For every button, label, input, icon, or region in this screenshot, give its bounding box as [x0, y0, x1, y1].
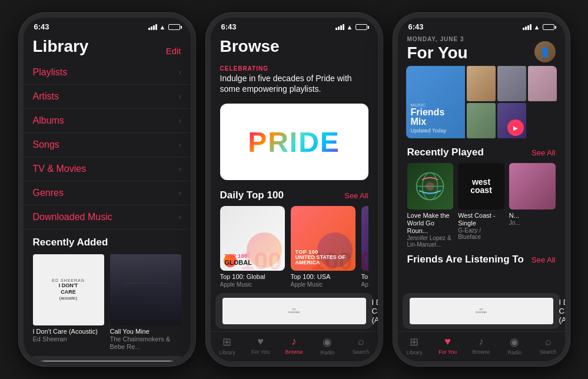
daily-top-header: Daily Top 100 See All [220, 190, 368, 201]
mini-album-art: EDSHEERAN [35, 361, 179, 366]
status-icons-library: ▲ [148, 24, 180, 31]
rp-card-3[interactable]: N... Jo... [509, 163, 556, 248]
pride-card[interactable]: PRIDE [220, 104, 368, 180]
top100-global-label: TOP 100 [225, 253, 280, 259]
album-card-ed-sheeran[interactable]: ED SHEERAN I DON'TCARE(acoustic) I Don't… [33, 254, 104, 351]
album-grid: ED SHEERAN I DON'TCARE(acoustic) I Don't… [33, 254, 181, 351]
chevron-icon: › [179, 68, 181, 77]
friends-mix-thumb-2 [497, 66, 526, 101]
tab-radio[interactable]: ◉ Radio [311, 335, 344, 355]
friends-mix-main[interactable]: MUSIC FriendsMix Updated Today [406, 66, 465, 138]
mini-player-title: I Don't Care (Acoustic) [559, 298, 565, 324]
edit-button[interactable]: Edit [166, 46, 181, 56]
recently-added-title: Recently Added [33, 237, 181, 248]
top100-usa-sub: Apple Music [291, 281, 356, 288]
status-icons-foryou: ▲ [523, 24, 554, 31]
tab-library-label: Library [406, 350, 423, 355]
radio-tab-icon: ◉ [510, 335, 519, 348]
see-all-top100[interactable]: See All [344, 191, 368, 200]
phone-browse: 6:43 ▲ Browse CELEBRATING Indulge in [206, 13, 383, 366]
top100-card-usa[interactable]: TOP 100 UNITED STATES OF AMERICA 100 Top… [291, 206, 356, 290]
wifi-icon: ▲ [347, 24, 353, 31]
nav-tv-movies[interactable]: TV & Movies › [24, 157, 191, 181]
top100-usa-title: Top 100: USA [291, 273, 356, 281]
nav-albums[interactable]: Albums › [24, 109, 191, 133]
mini-album-art: EDSHEERAN [222, 298, 366, 324]
foryou-header: MONDAY, JUNE 3 For You 👤 [398, 34, 565, 66]
album-card-chainsmokers[interactable]: Call You Mine The Chainsmokers & Bebe Re… [110, 254, 181, 351]
chevron-icon: › [179, 117, 181, 125]
friends-mix-title: FriendsMix [411, 108, 460, 127]
nav-genres[interactable]: Genres › [24, 181, 191, 205]
chevron-icon: › [179, 141, 181, 149]
celebrating-banner: CELEBRATING Indulge in five decades of P… [211, 61, 378, 99]
tab-radio-label: Radio [508, 350, 522, 355]
tab-library-label: Library [219, 350, 235, 355]
status-bar-browse: 6:43 ▲ [211, 18, 378, 34]
friends-mix-subtitle: Updated Today [411, 128, 460, 134]
mini-player-title: I Don't Care (Acoustic) [372, 298, 378, 324]
browse-header: Browse [211, 34, 378, 61]
library-nav: Playlists › Artists › Albums › Songs › T… [24, 61, 191, 230]
search-tab-icon: ⌕ [358, 335, 364, 348]
chevron-icon: › [179, 213, 181, 221]
top100-card-global[interactable]: TOP 100 GLOBAL 100 Top 100: Global Apple… [220, 206, 285, 290]
bottom-tabs-browse: ⊞ Library ♥ For You ♪ Browse ◉ Radio ⌕ [211, 331, 378, 361]
top100-card-other[interactable]: 100 To... Ap... [361, 206, 368, 290]
nav-playlists[interactable]: Playlists › [24, 61, 191, 85]
signal-icon [335, 24, 344, 30]
recently-played-section: Recently Played See All [398, 143, 565, 251]
foryou-title: For You [407, 44, 468, 62]
foryou-header-left: MONDAY, JUNE 3 For You [407, 36, 468, 62]
foryou-date: MONDAY, JUNE 3 [407, 36, 468, 42]
tab-browse[interactable]: ♪ Browse [464, 335, 498, 355]
wifi-icon: ▲ [534, 24, 540, 31]
play-button-overlay[interactable]: ▶ [507, 119, 524, 136]
signal-icon [148, 24, 157, 30]
tab-foryou[interactable]: ♥ For You [244, 335, 277, 355]
tab-search-label: Search [353, 349, 370, 355]
album-name-chainsmokers: Call You Mine [110, 328, 181, 335]
rp-title-1: Love Make the World Go Roun... [407, 212, 454, 235]
browse-content: CELEBRATING Indulge in five decades of P… [211, 61, 378, 293]
search-tab-icon: ⌕ [545, 335, 552, 348]
mini-player-browse[interactable]: EDSHEERAN I Don't Care (Acoustic) ⏸ ⏭ [215, 293, 373, 329]
mini-player-foryou[interactable]: EDSHEERAN I Don't Care (Acoustic) ⏸ ⏭ [403, 293, 560, 329]
pride-text: PRIDE [248, 126, 340, 158]
rp-card-2[interactable]: westcoast West Coast - Single G-Eazy / B… [458, 163, 504, 248]
rp-artist-2: G-Eazy / Blueface [458, 227, 504, 240]
see-all-recently-played[interactable]: See All [531, 148, 555, 157]
tab-radio[interactable]: ◉ Radio [498, 335, 531, 355]
nav-artists[interactable]: Artists › [24, 85, 191, 109]
battery-icon [168, 24, 180, 30]
user-avatar[interactable]: 👤 [534, 41, 556, 62]
time-foryou: 6:43 [408, 22, 424, 31]
tab-search[interactable]: ⌕ Search [531, 335, 565, 355]
status-bar-library: 6:43 ▲ [24, 18, 191, 34]
friends-mix-grid[interactable]: MUSIC FriendsMix Updated Today ▶ [406, 66, 557, 138]
tab-browse[interactable]: ♪ Browse [277, 335, 311, 355]
foryou-tab-icon: ♥ [444, 335, 451, 348]
browse-tab-icon: ♪ [291, 335, 297, 348]
tab-foryou[interactable]: ♥ For You [431, 335, 464, 355]
bottom-tabs-foryou: ⊞ Library ♥ For You ♪ Browse ◉ Radio ⌕ [398, 331, 565, 361]
tab-library[interactable]: ⊞ Library [398, 335, 431, 355]
status-bar-foryou: 6:43 ▲ [398, 18, 565, 34]
mini-player-title: I Don't Care (Acoustic) [185, 361, 195, 366]
see-all-friends[interactable]: See All [531, 255, 555, 264]
svg-point-3 [426, 182, 434, 191]
tab-library[interactable]: ⊞ Library [211, 335, 244, 355]
tab-search-label: Search [540, 349, 557, 355]
friends-mix-thumb-3 [528, 66, 557, 101]
tab-search[interactable]: ⌕ Search [344, 335, 378, 355]
nav-songs[interactable]: Songs › [24, 133, 191, 157]
top100-usa-name: UNITED STATES OF AMERICA [295, 255, 351, 267]
foryou-screen: MONDAY, JUNE 3 For You 👤 MUSIC FriendsMi… [398, 34, 565, 361]
friends-listening-section: Friends Are Listening To See All [398, 251, 565, 270]
mini-player-library[interactable]: EDSHEERAN I Don't Care (Acoustic) ⏸ ⏭ [28, 356, 186, 366]
nav-downloaded[interactable]: Downloaded Music › [24, 205, 191, 230]
top100-global-title: Top 100: Global [220, 273, 285, 281]
wifi-icon: ▲ [160, 24, 166, 31]
top100-global-art: TOP 100 GLOBAL 100 [220, 206, 285, 271]
rp-card-1[interactable]: Love Make the World Go Roun... Jennifer … [407, 163, 454, 248]
